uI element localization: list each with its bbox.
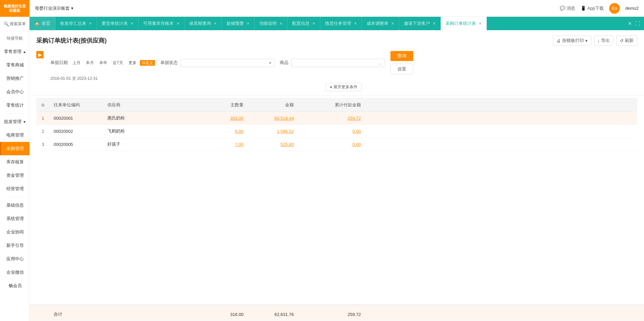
tab-warranty[interactable]: 保质期查询 ✕ (184, 17, 222, 30)
main-content: 母婴行业演示账套 ▾ 💬 消息 📱 App下载 Ea demo2 🏠 首页 收发… (30, 0, 644, 321)
export-btn[interactable]: ↓ 导出 (594, 36, 614, 46)
close-icon[interactable]: ✕ (279, 21, 282, 26)
tab-maximize-btn[interactable]: ⛶ (634, 19, 641, 28)
close-icon[interactable]: ✕ (130, 21, 133, 26)
td-code: 00020001 (50, 112, 103, 125)
template-print-btn[interactable]: 🖨 按模板打印 ▾ (553, 36, 591, 46)
sidebar-item-operations[interactable]: 经营管理 (0, 182, 30, 196)
td-footer-supplier (103, 308, 197, 321)
close-icon[interactable]: ✕ (312, 21, 315, 26)
chevron-down-icon: ▲ (23, 50, 26, 54)
tab-purchase-stat[interactable]: 采购订单统计表 ✕ (441, 17, 487, 30)
sidebar-item-retail-store[interactable]: 零售商城 (0, 58, 30, 72)
sidebar-item-vip-member[interactable]: 畅会员 (0, 279, 30, 292)
td-qty[interactable]: 303.00 (197, 112, 248, 125)
chevron-down-icon: ▾ (585, 38, 588, 43)
tab-label: 可用量库存账本 (143, 20, 174, 26)
sidebar-item-purchase-mgmt[interactable]: 采购管理 (0, 142, 30, 155)
goods-select[interactable]: ... (291, 59, 385, 67)
close-icon[interactable]: ✕ (391, 21, 394, 26)
footer-row: 合计 316.00 62,631.76 259.72 (36, 308, 637, 321)
close-icon[interactable]: ✕ (479, 21, 482, 26)
td-spacer (365, 138, 637, 151)
this-month-btn[interactable]: 本月 (84, 59, 96, 66)
tab-pick-task[interactable]: 拣货任务管理 ✕ (320, 17, 362, 30)
gear-icon[interactable]: ⚙ (41, 103, 45, 108)
message-btn[interactable]: 💬 消息 (560, 5, 575, 11)
sidebar-item-enterprise-wechat[interactable]: 企业微信 (0, 266, 30, 279)
tab-home[interactable]: 🏠 首页 (30, 17, 55, 30)
tab-label: 要货单统计表 (102, 20, 128, 26)
td-index: 2 (36, 125, 50, 138)
td-paid[interactable]: 259.72 (298, 112, 365, 125)
sidebar-item-label: 资金管理 (6, 172, 24, 178)
sidebar-item-finance[interactable]: 资金管理 (0, 169, 30, 182)
sidebar-item-ecommerce[interactable]: 电商管理 (0, 128, 30, 142)
td-spacer (365, 125, 637, 138)
close-icon[interactable]: ✕ (214, 21, 217, 26)
tab-func-desc[interactable]: 功能说明 ✕ (255, 17, 287, 30)
more-btn[interactable]: 更多 (126, 59, 139, 66)
td-footer-end (365, 308, 637, 321)
query-btn[interactable]: 查询 (390, 51, 413, 61)
td-footer-label: 合计 (50, 308, 103, 321)
sidebar-item-retail-mgmt[interactable]: 零售管理 ▲ (0, 45, 30, 58)
expand-conditions-btn[interactable]: ▾ 展开更多条件 (326, 83, 362, 91)
search-menu-item[interactable]: 🔍 搜索菜单 (0, 17, 30, 32)
date-range-text: 2016-01-01 至 2023-12-31 (50, 76, 98, 81)
close-icon[interactable]: ✕ (247, 21, 250, 26)
sidebar-item-member[interactable]: 会员中心 (0, 85, 30, 99)
td-amount[interactable]: 1,586.52 (248, 125, 298, 138)
this-year-btn[interactable]: 本年 (97, 59, 109, 66)
close-icon[interactable]: ✕ (89, 21, 92, 26)
date-label: 单据日期 (50, 60, 68, 66)
tab-recv-send[interactable]: 收发存汇总表 ✕ (55, 17, 97, 30)
filter-toggle-btn[interactable]: ▶ (36, 51, 44, 58)
sidebar-item-label: 经营管理 (6, 186, 24, 192)
sidebar-item-base-info[interactable]: 基础信息 (0, 199, 30, 212)
sidebar-item-marketing[interactable]: 营销推广 (0, 72, 30, 85)
close-icon[interactable]: ✕ (433, 21, 436, 26)
page-inner: 采购订单统计表(按供应商) 🖨 按模板打印 ▾ ↓ 导出 ↺ 刷新 (30, 30, 644, 305)
workspace-selector[interactable]: 母婴行业演示账套 ▾ (35, 5, 73, 11)
sidebar: 畅捷通好生意 标题版 🔍 搜索菜单 快捷导航 零售管理 ▲ 零售商城 营销推广 … (0, 0, 30, 321)
sidebar-item-wholesale-mgmt[interactable]: 批发管理 ▼ (0, 115, 30, 128)
sidebar-item-app-center[interactable]: 应用中心 (0, 252, 30, 266)
tab-order-stat[interactable]: 要货单统计表 ✕ (97, 17, 139, 30)
td-paid[interactable]: 0.00 (298, 138, 365, 151)
status-select[interactable]: ▾ (180, 59, 274, 67)
tab-close-all-btn[interactable]: ✕ (627, 19, 633, 28)
sidebar-item-label: 畅会员 (9, 283, 22, 289)
td-amount[interactable]: 60,519.44 (248, 112, 298, 125)
chevron-down-icon: ▾ (330, 85, 332, 90)
sidebar-item-inventory[interactable]: 库存核算 (0, 155, 30, 169)
refresh-btn[interactable]: ↺ 刷新 (616, 36, 637, 46)
sidebar-item-sys-mgmt[interactable]: 系统管理 (0, 212, 30, 225)
sidebar-item-enterprise-collab[interactable]: 企业协同 (0, 225, 30, 239)
page-content: 采购订单统计表(按供应商) 🖨 按模板打印 ▾ ↓ 导出 ↺ 刷新 (30, 30, 644, 305)
td-paid[interactable]: 0.00 (298, 125, 365, 138)
tab-invite-downstream[interactable]: 邀请下游客户 ✕ (399, 17, 441, 30)
topbar: 母婴行业演示账套 ▾ 💬 消息 📱 App下载 Ea demo2 (30, 0, 644, 17)
settings-btn[interactable]: 设置 (390, 64, 413, 74)
tab-overstock[interactable]: 超储预警 ✕ (222, 17, 255, 30)
close-icon[interactable]: ✕ (354, 21, 357, 26)
td-qty[interactable]: 7.00 (197, 138, 248, 151)
tab-available-stock[interactable]: 可用量库存账本 ✕ (139, 17, 184, 30)
user-avatar[interactable]: Ea (609, 3, 620, 14)
sidebar-item-label: 零售统计 (6, 102, 24, 108)
td-qty[interactable]: 6.00 (197, 125, 248, 138)
app-download-btn[interactable]: 📱 App下载 (581, 5, 604, 11)
sidebar-item-retail-stat[interactable]: 零售统计 (0, 99, 30, 112)
sidebar-item-label: 应用中心 (6, 256, 24, 262)
tab-config[interactable]: 配置信息 ✕ (287, 17, 320, 30)
tab-cost-adjust[interactable]: 成本调整单 ✕ (362, 17, 399, 30)
7days-btn[interactable]: 近7天 (111, 59, 125, 66)
close-icon[interactable]: ✕ (176, 21, 179, 26)
td-amount[interactable]: 525.80 (248, 138, 298, 151)
sidebar-item-new-guide[interactable]: 新手引导 (0, 239, 30, 252)
td-spacer (365, 112, 637, 125)
last-month-btn[interactable]: 上月 (70, 59, 83, 66)
th-amount: 金额 (248, 99, 298, 112)
sidebar-item-label: 新手引导 (6, 243, 24, 249)
